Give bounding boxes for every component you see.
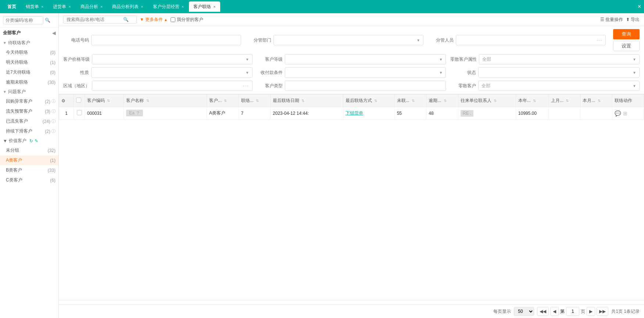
- tab-product-analysis[interactable]: 商品分析 ×: [76, 1, 107, 12]
- close-purchase-tab[interactable]: ×: [68, 4, 71, 9]
- uncontacted-sort[interactable]: ⇅: [412, 99, 415, 103]
- settings-btn[interactable]: 设置: [613, 41, 640, 51]
- sidebar-item-lapsed[interactable]: 已流失客户 (24) ⓘ: [0, 116, 58, 126]
- sidebar-item-7days[interactable]: 近7天待联络 (0): [0, 67, 58, 77]
- area-input[interactable]: ···: [92, 81, 253, 91]
- filter-search-icon[interactable]: 🔍: [123, 17, 129, 22]
- dept-label: 分管部门: [246, 37, 271, 43]
- tab-sales[interactable]: 销货单 ×: [21, 1, 48, 12]
- lapsed-label: 已流失客户: [6, 118, 28, 124]
- header-checkbox[interactable]: [76, 98, 81, 103]
- today-label: 今天待联络: [6, 49, 28, 56]
- name-sort[interactable]: ⇅: [146, 99, 149, 103]
- sidebar-item-lapse-warn[interactable]: 流失预警客户 (3) ⓘ: [0, 106, 58, 116]
- my-customers-checkbox[interactable]: [171, 17, 175, 22]
- close-sales-tab[interactable]: ×: [41, 4, 43, 9]
- export-btn[interactable]: ⬆ 导出: [626, 17, 640, 23]
- close-product-analysis-tab[interactable]: ×: [100, 4, 103, 9]
- contact-sort[interactable]: ⇅: [256, 99, 259, 103]
- sidebar-item-ungroup[interactable]: 未分组 (32): [0, 145, 58, 155]
- phone-input[interactable]: [91, 35, 241, 45]
- sidebar-item-overdue[interactable]: 逾期未联络 (30): [0, 77, 58, 87]
- pagination-total: 共1页 1条记录: [611, 308, 640, 315]
- last-month-sort[interactable]: ⇅: [566, 99, 569, 103]
- this-month-sort[interactable]: ⇅: [598, 99, 601, 103]
- tab-customer-contact[interactable]: 客户联络 ×: [189, 1, 220, 12]
- my-customers-check[interactable]: 我分管的客户: [171, 17, 203, 23]
- row-last-method-link[interactable]: 下销货单: [346, 110, 363, 116]
- chat-action-icon[interactable]: 💬: [615, 110, 621, 116]
- data-table: ⚙ 客户编码 ⇅ 客户名称 ⇅: [59, 94, 644, 120]
- code-sort[interactable]: ⇅: [107, 99, 110, 103]
- today-count: (0): [50, 50, 56, 55]
- gear-icon[interactable]: ⚙: [61, 98, 65, 103]
- per-page-select[interactable]: 50 100 200: [514, 307, 534, 316]
- tab-product-list[interactable]: 商品分析列表 ×: [108, 1, 147, 12]
- customer-level-label: 客户等级: [257, 56, 283, 63]
- type-sort[interactable]: ⇅: [224, 99, 227, 103]
- filter-fields: 电话号码 分管部门 ▼: [63, 29, 640, 91]
- close-product-list-tab[interactable]: ×: [141, 4, 143, 9]
- value-refresh-icon[interactable]: ↻: [29, 138, 33, 144]
- row-checkbox-cell: [74, 107, 85, 120]
- status-select[interactable]: ▼: [478, 67, 640, 78]
- retail-select[interactable]: 全部 ▼: [478, 81, 640, 91]
- nature-select[interactable]: ▼: [91, 67, 253, 78]
- col-gear[interactable]: ⚙: [59, 95, 74, 107]
- main-layout: 🔍 全部客户 ◀ ▼ 待联络客户 今天待联络 (0) 明天待联络 (1) 近7天…: [0, 13, 644, 318]
- sidebar-item-b-class[interactable]: B类客户 (33): [0, 165, 58, 175]
- value-edit-icon[interactable]: ✎: [35, 138, 38, 144]
- sidebar-item-abnormal[interactable]: 回购异常客户 (2) ⓘ: [0, 96, 58, 106]
- sidebar-item-tomorrow[interactable]: 明天待联络 (1): [0, 57, 58, 67]
- problem-arrow: ▼: [3, 90, 7, 94]
- horizontal-scrollbar[interactable]: [59, 300, 644, 304]
- customer-level-select[interactable]: ▼: [285, 54, 446, 64]
- tab-customer-segment[interactable]: 客户分层经营 ×: [149, 1, 188, 12]
- sidebar-item-a-class[interactable]: A类客户 (1): [0, 155, 58, 165]
- close-customer-contact-tab[interactable]: ×: [213, 4, 215, 9]
- price-level-select[interactable]: ▼: [92, 54, 253, 64]
- batch-op-btn[interactable]: ☰ 批量操作: [600, 17, 623, 23]
- payment-select[interactable]: ▼: [285, 67, 446, 78]
- retail-attr-select[interactable]: 全部 ▼: [479, 54, 640, 64]
- tab-home[interactable]: 首页: [3, 1, 21, 12]
- partner-sort[interactable]: ⇅: [494, 99, 497, 103]
- problem-customer-label: 问题客户: [8, 89, 26, 95]
- pending-contact-group[interactable]: ▼ 待联络客户: [0, 38, 58, 47]
- sidebar-item-today[interactable]: 今天待联络 (0): [0, 47, 58, 57]
- sidebar-search-icon[interactable]: 🔍: [45, 18, 50, 23]
- last-page-btn[interactable]: ▶▶: [597, 307, 608, 316]
- customer-type-input[interactable]: [285, 81, 446, 91]
- person-input[interactable]: ···: [456, 35, 606, 45]
- window-close-button[interactable]: ×: [638, 3, 641, 10]
- row-actions: 💬 ⊞: [612, 107, 644, 120]
- this-year-sort[interactable]: ⇅: [533, 99, 536, 103]
- filter-area: 区域（地区） ···: [63, 81, 253, 91]
- sidebar-item-c-class[interactable]: C类客户 (6): [0, 175, 58, 185]
- more-conditions-btn[interactable]: ▼ 更多条件 ▲: [140, 17, 168, 23]
- sidebar-search-input[interactable]: [3, 16, 43, 24]
- page-label-after: 页: [581, 308, 585, 315]
- tab-purchase[interactable]: 进货单 ×: [49, 1, 75, 12]
- last-date-sort[interactable]: ⇅: [301, 99, 304, 103]
- first-page-btn[interactable]: ◀◀: [537, 307, 549, 316]
- next-page-btn[interactable]: ▶: [587, 307, 595, 316]
- dept-select[interactable]: ▼: [273, 35, 423, 45]
- qr-action-icon[interactable]: ⊞: [623, 110, 627, 116]
- sidebar-item-declining[interactable]: 持续下滑客户 (2) ⓘ: [0, 126, 58, 136]
- close-customer-segment-tab[interactable]: ×: [182, 4, 184, 9]
- value-customer-header[interactable]: ▼ 价值客户 ↻ ✎: [0, 136, 58, 145]
- row-num: 1: [59, 107, 74, 120]
- problem-customer-group[interactable]: ▼ 问题客户: [0, 87, 58, 96]
- prev-page-btn[interactable]: ◀: [550, 307, 559, 316]
- filter-search-input[interactable]: [67, 17, 122, 22]
- all-customers-header[interactable]: 全部客户 ◀: [0, 28, 58, 38]
- filter-status: 状态 ▼: [450, 67, 640, 78]
- last-method-sort[interactable]: ⇅: [374, 99, 377, 103]
- col-last-method: 最后联络方式 ⇅: [343, 95, 394, 107]
- overdue-sort[interactable]: ⇅: [444, 99, 447, 103]
- row-checkbox[interactable]: [77, 110, 82, 115]
- query-btn[interactable]: 查询: [613, 29, 640, 39]
- area-label: 区域（地区）: [63, 83, 90, 89]
- page-input[interactable]: [566, 307, 579, 316]
